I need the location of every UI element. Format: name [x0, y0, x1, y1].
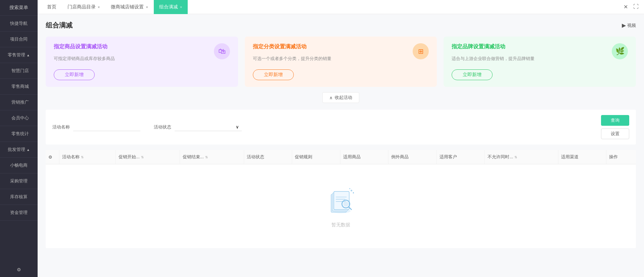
col-promo-rule-label: 促销规则: [295, 154, 312, 159]
table-col-promo-end: 促销结束... ⇅: [180, 150, 244, 164]
settings-icon[interactable]: ⚙: [0, 262, 38, 277]
chevron-down-icon: ▲: [27, 148, 30, 152]
data-table-wrap: ⚙ 活动名称 ⇅ 促销开始... ⇅: [46, 150, 636, 248]
query-button[interactable]: 查询: [601, 115, 629, 126]
sort-icon-promo-end[interactable]: ⇅: [205, 155, 208, 159]
sidebar-item-project-contract[interactable]: 项目合同: [0, 32, 38, 47]
svg-point-8: [343, 202, 349, 207]
table-col-gear[interactable]: ⚙: [46, 150, 59, 164]
svg-point-12: [349, 188, 350, 189]
sidebar-item-retail-mgmt[interactable]: 零售管理 ▲: [0, 47, 38, 63]
tab-combo-discount-close[interactable]: ×: [180, 5, 182, 9]
search-actions: 查询 设置: [601, 115, 629, 139]
sort-icon-promo-start[interactable]: ⇅: [141, 155, 144, 159]
tab-store-catalog[interactable]: 门店商品目录 ×: [62, 0, 105, 14]
content-area: 组合满减 ▶ 视频 🛍 指定商品设置满减活动 可指定滞销商品或库存较多商品 立即…: [38, 14, 644, 277]
sidebar-item-quick-nav[interactable]: 快捷导航: [0, 16, 38, 32]
sidebar-item-member-center[interactable]: 会员中心: [0, 110, 38, 126]
activity-status-field: 活动状态 ∨: [154, 123, 242, 131]
promo-cards-row: 🛍 指定商品设置满减活动 可指定滞销商品或库存较多商品 立即新增 ⊞ 指定分类设…: [46, 37, 636, 87]
category-promo-card: ⊞ 指定分类设置满减活动 可选一个或者多个分类，提升分类的销量 立即新增: [245, 37, 437, 87]
col-activity-name-label: 活动名称: [62, 154, 80, 160]
close-window-icon[interactable]: ✕: [622, 2, 629, 11]
table-col-no-concurrent: 不允许同时... ⇅: [485, 150, 558, 164]
sort-icon-no-concurrent[interactable]: ⇅: [514, 155, 517, 159]
tab-store-catalog-label: 门店商品目录: [67, 4, 96, 10]
tab-store-catalog-close[interactable]: ×: [98, 5, 100, 9]
collapse-activity-button[interactable]: ∧ 收起活动: [322, 92, 359, 103]
sidebar-item-label: 零售管理: [8, 52, 25, 58]
sidebar-item-label: 批发管理: [8, 147, 25, 153]
empty-state-cell: 暂无数据: [46, 164, 636, 248]
tab-wechat-store[interactable]: 微商城店铺设置 ×: [105, 0, 153, 14]
video-link[interactable]: ▶ 视频: [622, 22, 636, 29]
play-circle-icon: ▶: [622, 22, 626, 29]
product-card-icon: 🛍: [214, 43, 230, 59]
sort-icon-activity-name[interactable]: ⇅: [81, 155, 84, 159]
brand-promo-card: 🌿 指定品牌设置满减活动 适合与上游企业联合做营销，提升品牌销量 立即新增: [444, 37, 636, 87]
col-applicable-goods-label: 适用商品: [343, 154, 361, 159]
brand-card-icon: 🌿: [612, 43, 628, 59]
gear-icon: ⚙: [48, 155, 52, 160]
tab-home[interactable]: 首页: [42, 0, 62, 14]
tab-wechat-store-close[interactable]: ×: [146, 5, 148, 9]
fullscreen-icon[interactable]: ⛶: [632, 2, 640, 11]
empty-state-row: 暂无数据: [46, 164, 636, 248]
chevron-up-icon: ▲: [27, 53, 30, 57]
tab-combo-discount-label: 组合满减: [159, 4, 178, 10]
sidebar-item-xc-ecommerce[interactable]: 小畅电商: [0, 158, 38, 173]
sidebar-item-inventory[interactable]: 库存核算: [0, 189, 38, 205]
table-col-exception-goods: 例外商品: [388, 150, 437, 164]
sidebar-item-finance[interactable]: 资金管理: [0, 205, 38, 221]
table-col-operation: 操作: [606, 150, 636, 164]
table-head: ⚙ 活动名称 ⇅ 促销开始... ⇅: [46, 150, 636, 164]
col-promo-end-label: 促销结束...: [183, 154, 204, 160]
empty-icon: [324, 184, 358, 218]
svg-point-10: [351, 190, 352, 191]
sidebar-item-wholesale-mgmt[interactable]: 批发管理 ▲: [0, 142, 38, 158]
sidebar-item-purchase-mgmt[interactable]: 采购管理: [0, 173, 38, 189]
tab-combo-discount[interactable]: 组合满减 ×: [154, 0, 188, 14]
product-promo-card: 🛍 指定商品设置满减活动 可指定滞销商品或库存较多商品 立即新增: [46, 37, 238, 87]
main-area: 首页 门店商品目录 × 微商城店铺设置 × 组合满减 × ✕ ⛶ 组合满减 ▶ …: [38, 0, 644, 277]
sidebar-item-marketing[interactable]: 营销推广: [0, 95, 38, 110]
empty-text: 暂无数据: [331, 222, 350, 228]
activity-name-input[interactable]: [73, 123, 140, 131]
table-col-promo-rule: 促销规则: [292, 150, 340, 164]
col-exception-goods-label: 例外商品: [391, 154, 409, 159]
col-activity-status-label: 活动状态: [247, 154, 264, 159]
sidebar-item-smart-store[interactable]: 智慧门店: [0, 63, 38, 79]
product-card-desc: 可指定滞销商品或库存较多商品: [54, 55, 230, 62]
page-header: 组合满减 ▶ 视频: [46, 21, 636, 30]
activity-status-select[interactable]: ∨: [175, 123, 242, 131]
activity-name-label: 活动名称: [52, 124, 70, 130]
sidebar-search[interactable]: 搜索菜单: [0, 0, 38, 16]
col-applicable-customers-label: 适用客户: [440, 154, 457, 159]
category-card-title: 指定分类设置满减活动: [253, 43, 429, 50]
tab-bar: 首页 门店商品目录 × 微商城店铺设置 × 组合满减 × ✕ ⛶: [38, 0, 644, 14]
product-card-add-button[interactable]: 立即新增: [54, 69, 95, 80]
setting-button[interactable]: 设置: [601, 128, 629, 139]
video-link-label: 视频: [627, 22, 636, 29]
table-col-promo-start: 促销开始... ⇅: [116, 150, 180, 164]
tab-home-label: 首页: [47, 4, 56, 10]
product-card-title: 指定商品设置满减活动: [54, 43, 230, 50]
category-card-add-button[interactable]: 立即新增: [253, 69, 294, 80]
table-col-applicable-goods: 适用商品: [340, 150, 388, 164]
brand-card-title: 指定品牌设置满减活动: [452, 43, 628, 50]
table-col-applicable-channel: 适用渠道: [558, 150, 606, 164]
col-no-concurrent-label: 不允许同时...: [488, 154, 513, 160]
tab-wechat-store-label: 微商城店铺设置: [111, 4, 144, 10]
col-promo-start-label: 促销开始...: [119, 154, 140, 160]
collapse-btn-label: 收起活动: [335, 95, 352, 101]
brand-card-add-button[interactable]: 立即新增: [452, 69, 493, 80]
chevron-down-icon: ∨: [236, 124, 239, 129]
data-table: ⚙ 活动名称 ⇅ 促销开始... ⇅: [46, 150, 636, 248]
tab-bar-actions: ✕ ⛶: [622, 2, 640, 11]
activity-name-field: 活动名称: [52, 123, 140, 131]
brand-card-desc: 适合与上游企业联合做营销，提升品牌销量: [452, 55, 628, 62]
sidebar-item-retail-stats[interactable]: 零售统计: [0, 126, 38, 142]
table-col-activity-name: 活动名称 ⇅: [59, 150, 116, 164]
category-card-desc: 可选一个或者多个分类，提升分类的销量: [253, 55, 429, 62]
sidebar-item-retail-mall[interactable]: 零售商城: [0, 79, 38, 95]
